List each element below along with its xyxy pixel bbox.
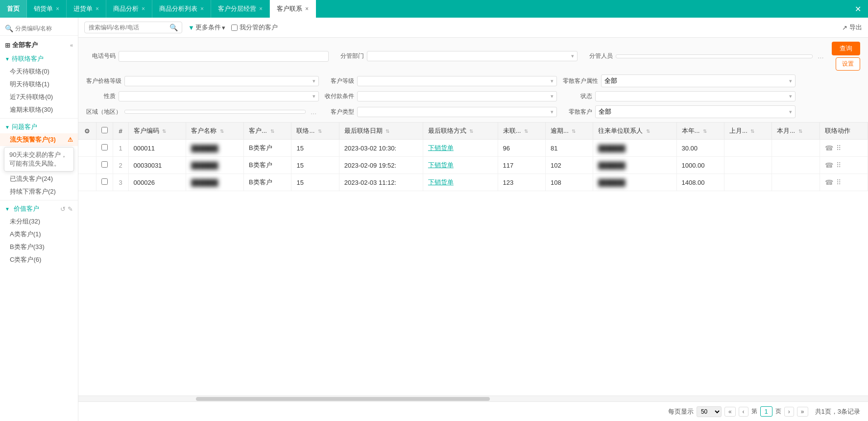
tab-goods-analysis[interactable]: 商品分析 × xyxy=(106,0,152,18)
col-name[interactable]: 客户名称 ⇅ xyxy=(186,123,244,140)
col-cust-type[interactable]: 客户... ⇅ xyxy=(244,123,291,140)
sidebar-item-churn-warning[interactable]: 流失预警客户(3) ⚠ xyxy=(0,133,78,146)
last-page-button[interactable]: » xyxy=(797,407,808,417)
cell-checkbox-1[interactable] xyxy=(96,157,113,174)
filter-dots-region[interactable]: … xyxy=(309,108,319,116)
close-goods-analysis-tab[interactable]: × xyxy=(142,5,145,12)
cell-checkbox-2[interactable] xyxy=(96,174,113,191)
tab-goods-analysis-list[interactable]: 商品分析列表 × xyxy=(152,0,211,18)
col-settings[interactable]: ⚙ xyxy=(78,123,96,140)
cell-last-way-1[interactable]: 下销货单 xyxy=(423,157,498,174)
col-unit-contact[interactable]: 往来单位联系人 ⇅ xyxy=(593,123,676,140)
tab-sales[interactable]: 销货单 × xyxy=(27,0,67,18)
settings-icon[interactable]: ⚙ xyxy=(84,127,90,135)
edit-icon-value[interactable]: ✎ xyxy=(68,205,73,213)
sort-icon-name[interactable]: ⇅ xyxy=(220,128,224,134)
sort-icon-uncontacted[interactable]: ⇅ xyxy=(524,128,528,134)
close-customer-layer-tab[interactable]: × xyxy=(259,5,263,12)
cell-last-way-2[interactable]: 下销货单 xyxy=(423,174,498,191)
collapse-icon[interactable]: « xyxy=(70,42,73,48)
action-contact-icon-1[interactable]: ☎ xyxy=(825,161,833,169)
filter-select-zero-retail[interactable]: 全部 ▾ xyxy=(595,105,796,118)
action-more-icon-1[interactable]: ⠿ xyxy=(836,161,841,169)
filter-input-phone[interactable] xyxy=(119,51,329,62)
filter-select-payment[interactable]: ▾ xyxy=(357,91,557,101)
per-page-select[interactable]: 50 100 200 xyxy=(697,406,722,417)
window-close-button[interactable]: ✕ xyxy=(848,0,868,18)
cell-action-0[interactable]: ☎ ⠿ xyxy=(820,140,868,157)
prev-page-button[interactable]: ‹ xyxy=(739,407,748,417)
sidebar-all-customers[interactable]: ⊞ 全部客户 « xyxy=(0,38,78,52)
filter-select-nature[interactable]: ▾ xyxy=(119,91,319,101)
sidebar-group-problem[interactable]: ▼ 问题客户 xyxy=(0,121,78,133)
cell-action-1[interactable]: ☎ ⠿ xyxy=(820,157,868,174)
sidebar-item-churned[interactable]: 已流失客户(24) xyxy=(0,173,78,185)
sort-icon-this-year[interactable]: ⇅ xyxy=(703,128,707,134)
col-overdue[interactable]: 逾期... ⇅ xyxy=(545,123,593,140)
col-last-date[interactable]: 最后联络日期 ⇅ xyxy=(339,123,423,140)
sidebar-item-class-a[interactable]: A类客户(1) xyxy=(0,228,78,241)
sort-icon-unit-contact[interactable]: ⇅ xyxy=(646,128,650,134)
sidebar-group-value[interactable]: ▼ 价值客户 ↺ ✎ xyxy=(0,202,78,215)
filter-dots-person[interactable]: … xyxy=(816,52,826,60)
filter-select-cust-level[interactable]: ▾ xyxy=(357,76,557,86)
filter-select-cust-type[interactable]: ▾ xyxy=(357,107,557,117)
first-page-button[interactable]: « xyxy=(724,407,736,417)
sort-icon-last-way[interactable]: ⇅ xyxy=(469,128,473,134)
scroll-thumb[interactable] xyxy=(196,397,490,401)
sidebar-item-overdue-pending[interactable]: 逾期未联络(30) xyxy=(0,103,78,116)
sidebar-item-tomorrow-pending[interactable]: 明天待联络(1) xyxy=(0,78,78,91)
col-contact[interactable]: 联络... ⇅ xyxy=(291,123,339,140)
sidebar-item-class-c[interactable]: C类客户(6) xyxy=(0,253,78,266)
col-this-month[interactable]: 本月... ⇅ xyxy=(772,123,820,140)
query-button[interactable]: 查询 xyxy=(832,42,860,55)
tab-customer-layer[interactable]: 客户分层经营 × xyxy=(211,0,270,18)
settings-button[interactable]: 设置 xyxy=(836,57,860,71)
sidebar-item-class-b[interactable]: B类客户(33) xyxy=(0,241,78,253)
sort-icon-last-month[interactable]: ⇅ xyxy=(750,128,754,134)
next-page-button[interactable]: › xyxy=(784,407,794,417)
col-uncontacted[interactable]: 未联... ⇅ xyxy=(498,123,545,140)
action-more-icon-0[interactable]: ⠿ xyxy=(836,144,841,152)
cell-last-way-0[interactable]: 下销货单 xyxy=(423,140,498,157)
col-code[interactable]: 客户编码 ⇅ xyxy=(128,123,186,140)
my-customers-checkbox[interactable] xyxy=(231,25,238,31)
select-all-checkbox[interactable] xyxy=(101,127,108,133)
close-purchase-tab[interactable]: × xyxy=(96,5,99,12)
sort-icon-this-month[interactable]: ⇅ xyxy=(798,128,802,134)
filter-select-dept[interactable]: ▾ xyxy=(367,51,577,61)
sort-icon-overdue[interactable]: ⇅ xyxy=(572,128,576,134)
action-contact-icon-0[interactable]: ☎ xyxy=(825,144,833,152)
close-sales-tab[interactable]: × xyxy=(56,5,59,12)
col-last-month[interactable]: 上月... ⇅ xyxy=(724,123,772,140)
more-filter-button[interactable]: ▼ 更多条件 ▾ xyxy=(188,23,225,32)
search-button[interactable]: 🔍 xyxy=(169,24,178,31)
tab-home[interactable]: 首页 xyxy=(0,0,27,18)
sidebar-item-declining[interactable]: 持续下滑客户(2) xyxy=(0,185,78,198)
sort-icon-cust-type[interactable]: ⇅ xyxy=(270,128,274,134)
close-goods-analysis-list-tab[interactable]: × xyxy=(200,5,204,12)
tab-purchase[interactable]: 进货单 × xyxy=(67,0,106,18)
action-more-icon-2[interactable]: ⠿ xyxy=(836,178,841,186)
sidebar-group-pending[interactable]: ▼ 待联络客户 xyxy=(0,52,78,65)
col-last-way[interactable]: 最后联络方式 ⇅ xyxy=(423,123,498,140)
filter-select-price-level[interactable]: ▾ xyxy=(124,76,319,86)
cell-checkbox-0[interactable] xyxy=(96,140,113,157)
sidebar-item-today-pending[interactable]: 今天待联络(0) xyxy=(0,65,78,78)
my-customers-checkbox-wrap[interactable]: 我分管的客户 xyxy=(231,23,278,32)
filter-select-status[interactable]: ▾ xyxy=(595,91,796,101)
tab-customer-contact[interactable]: 客户联系 × xyxy=(270,0,316,18)
filter-select-region[interactable] xyxy=(124,110,306,114)
export-button[interactable]: ↗ 导出 xyxy=(842,23,862,32)
col-checkbox[interactable] xyxy=(96,123,113,140)
search-input[interactable] xyxy=(89,24,169,31)
sidebar-search-input[interactable] xyxy=(15,25,73,32)
sort-icon-last-date[interactable]: ⇅ xyxy=(386,128,389,134)
action-contact-icon-2[interactable]: ☎ xyxy=(825,178,833,186)
horizontal-scrollbar[interactable] xyxy=(78,396,868,401)
close-customer-contact-tab[interactable]: × xyxy=(305,5,309,12)
cell-action-2[interactable]: ☎ ⠿ xyxy=(820,174,868,191)
filter-select-person[interactable] xyxy=(616,54,813,58)
sidebar-item-7days-pending[interactable]: 近7天待联络(0) xyxy=(0,91,78,103)
sort-icon-code[interactable]: ⇅ xyxy=(162,128,166,134)
